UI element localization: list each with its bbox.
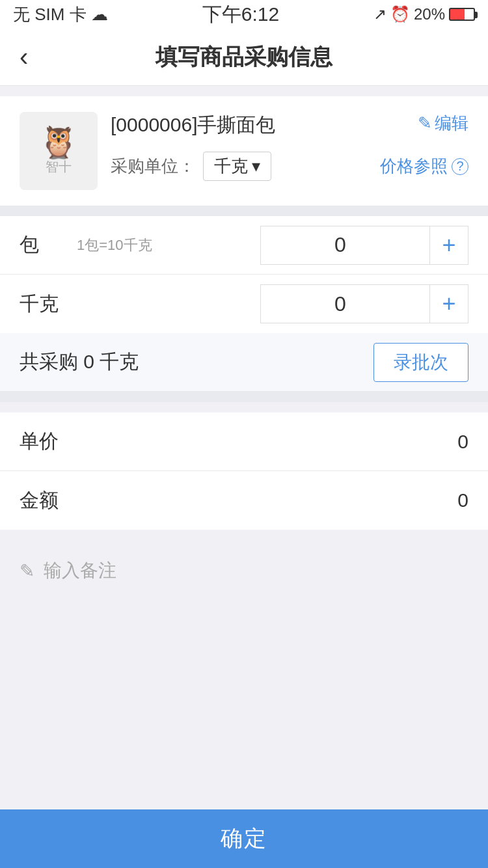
unit-price-value: 0: [457, 431, 468, 453]
amount-label: 金额: [20, 487, 59, 514]
unit-price-row: 单价 0: [0, 413, 488, 471]
nav-bar: ‹ 填写商品采购信息: [0, 29, 488, 86]
kg-label: 千克: [20, 291, 72, 318]
product-image-label: 智十: [46, 158, 72, 176]
edit-button[interactable]: ✎ 编辑: [418, 112, 468, 135]
battery-icon: [449, 8, 475, 21]
pack-plus-button[interactable]: +: [429, 226, 468, 265]
kg-input-right: +: [260, 284, 468, 323]
remark-placeholder: 输入备注: [44, 558, 116, 583]
info-icon: ?: [452, 158, 468, 175]
summary-text: 共采购 0 千克: [20, 349, 139, 375]
pack-sublabel: 1包=10千克: [77, 236, 152, 255]
amount-value: 0: [457, 489, 468, 511]
confirm-button[interactable]: 确定: [0, 809, 488, 868]
price-section: 单价 0 金额 0: [0, 413, 488, 530]
content-spacer: [0, 601, 488, 796]
status-time: 下午6:12: [202, 1, 279, 28]
amount-row: 金额 0: [0, 471, 488, 530]
separator-2: [0, 392, 488, 402]
status-right: ↗ ⏰ 20%: [373, 5, 475, 23]
signal-label: 无 SIM 卡 ☁: [13, 3, 108, 26]
kg-input-row: 千克 +: [0, 275, 488, 333]
alarm-icon: ⏰: [390, 5, 410, 23]
edit-icon: ✎: [418, 113, 432, 133]
pack-input-row: 包 1包=10千克 +: [0, 216, 488, 275]
location-icon: ↗: [373, 5, 386, 23]
confirm-btn-wrap: 确定: [0, 809, 488, 868]
separator-1: [0, 206, 488, 216]
kg-plus-button[interactable]: +: [429, 284, 468, 323]
product-card: 🦉 智十 [0000006]手撕面包 ✎ 编辑 采购单位： 千克 ▾ 价格参照 …: [0, 96, 488, 206]
price-ref-button[interactable]: 价格参照 ?: [380, 155, 468, 178]
pencil-icon: ✎: [20, 560, 34, 582]
status-bar: 无 SIM 卡 ☁ 下午6:12 ↗ ⏰ 20%: [0, 0, 488, 29]
product-info: [0000006]手撕面包 ✎ 编辑 采购单位： 千克 ▾ 价格参照 ?: [111, 112, 468, 181]
unit-selector[interactable]: 千克 ▾: [203, 152, 271, 181]
pack-label: 包: [20, 232, 72, 258]
product-owl-icon: 🦉: [39, 127, 78, 158]
summary-row: 共采购 0 千克 录批次: [0, 333, 488, 392]
product-header: [0000006]手撕面包 ✎ 编辑: [111, 112, 468, 139]
battery-label: 20%: [414, 5, 445, 23]
product-image: 🦉 智十: [20, 112, 98, 190]
batch-button[interactable]: 录批次: [373, 343, 468, 382]
product-name: [0000006]手撕面包: [111, 112, 418, 139]
pack-quantity-input[interactable]: [260, 226, 429, 265]
product-unit-row: 采购单位： 千克 ▾ 价格参照 ?: [111, 152, 468, 181]
unit-label: 采购单位：: [111, 155, 195, 178]
input-section: 包 1包=10千克 + 千克 +: [0, 216, 488, 333]
chevron-down-icon: ▾: [252, 156, 260, 176]
page-title: 填写商品采购信息: [156, 42, 332, 72]
remark-section[interactable]: ✎ 输入备注: [0, 540, 488, 601]
status-left: 无 SIM 卡 ☁: [13, 3, 108, 26]
pack-input-right: +: [260, 226, 468, 265]
kg-quantity-input[interactable]: [260, 284, 429, 323]
unit-price-label: 单价: [20, 428, 59, 455]
back-button[interactable]: ‹: [20, 42, 28, 72]
